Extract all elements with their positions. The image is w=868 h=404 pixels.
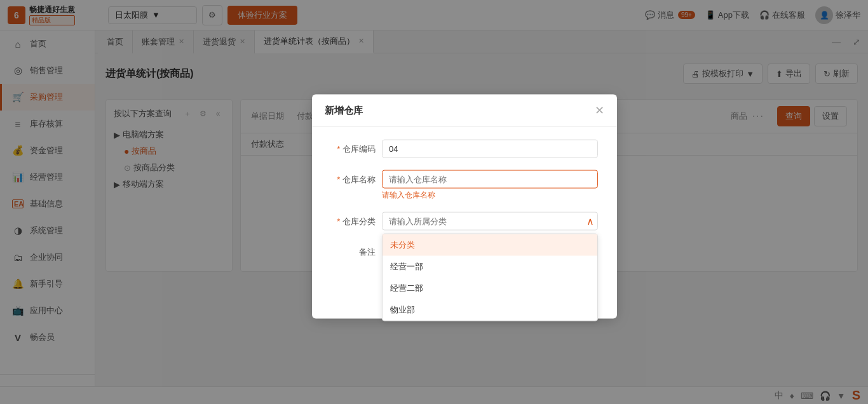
dropdown-item-ops1[interactable]: 经营一部 xyxy=(383,256,597,278)
category-input-wrap: ∧ 未分类 经营一部 经营二部 物业部 xyxy=(382,212,598,231)
name-error-msg: 请输入仓库名称 xyxy=(382,190,598,201)
form-row-code: 仓库编码 xyxy=(331,140,598,159)
code-control xyxy=(382,140,598,158)
category-input[interactable] xyxy=(382,212,598,231)
code-input[interactable] xyxy=(382,140,598,158)
name-control: 请输入仓库名称 xyxy=(382,170,598,201)
category-dropdown: 未分类 经营一部 经营二部 物业部 xyxy=(382,234,598,321)
category-label: 仓库分类 xyxy=(331,212,382,231)
name-label: 仓库名称 xyxy=(331,170,382,189)
form-row-name: 仓库名称 请输入仓库名称 xyxy=(331,170,598,201)
dropdown-item-none[interactable]: 未分类 xyxy=(383,234,597,256)
modal-body: 仓库编码 仓库名称 请输入仓库名称 仓库分类 ∧ 未分类 经营一 xyxy=(312,127,617,286)
form-row-category: 仓库分类 ∧ 未分类 经营一部 经营二部 物业部 xyxy=(331,212,598,231)
category-control: ∧ 未分类 经营一部 经营二部 物业部 xyxy=(382,212,598,231)
new-warehouse-modal: 新增仓库 ✕ 仓库编码 仓库名称 请输入仓库名称 仓库分类 ∧ xyxy=(312,95,617,319)
modal-title: 新增仓库 xyxy=(325,104,363,116)
dropdown-item-ops2[interactable]: 经营二部 xyxy=(383,278,597,299)
category-toggle-icon[interactable]: ∧ xyxy=(587,215,594,227)
notes-label: 备注 xyxy=(331,243,382,262)
name-input[interactable] xyxy=(382,170,598,189)
dropdown-item-property[interactable]: 物业部 xyxy=(383,299,597,321)
modal-close-button[interactable]: ✕ xyxy=(595,104,604,118)
code-label: 仓库编码 xyxy=(331,140,382,159)
modal-header: 新增仓库 ✕ xyxy=(312,95,617,127)
